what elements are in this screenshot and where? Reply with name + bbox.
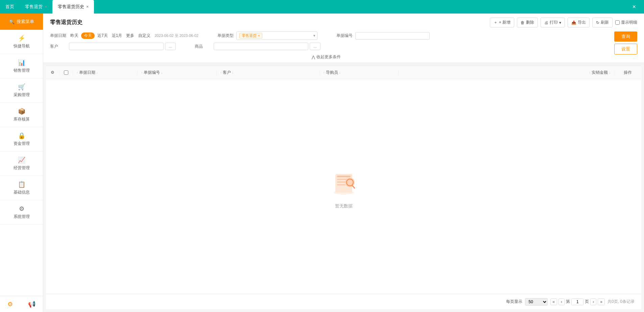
last-page-button[interactable]: » <box>598 298 605 305</box>
date-filter-group: 单据日期 昨天 今天 近7天 近1月 更多 自定义 2023-06-02 至 2… <box>50 32 198 39</box>
sidebar-item-purchase-mgmt[interactable]: 🛒采购管理 <box>0 79 43 103</box>
th-date: ↑ 单据日期 ↓ <box>73 70 138 75</box>
tab-retail-return-close[interactable]: × <box>45 4 47 9</box>
tab-home[interactable]: 首页 <box>0 0 20 14</box>
table-section: ⚙ ↑ 单据日期 ↓ ↑ 单据编号 ↓ ↑ 客户 ↓ <box>46 66 641 309</box>
doc-type-select[interactable]: 零售退货 × <box>236 31 317 40</box>
next-page-button[interactable]: › <box>590 298 596 305</box>
first-page-button[interactable]: « <box>550 298 557 305</box>
nav-label-quick-nav: 快捷导航 <box>14 43 30 49</box>
doc-type-select-wrapper[interactable]: 零售退货 × <box>236 31 317 40</box>
print-icon: 🖨 <box>544 20 548 25</box>
doc-type-tag-close[interactable]: × <box>258 34 260 38</box>
doc-no-label: 单据编号 <box>336 33 353 39</box>
page-header: 零售退货历史 ＋ + 新增 🗑 删除 🖨 打印 ▾ <box>43 14 644 63</box>
svg-rect-5 <box>337 184 345 185</box>
sort-amount-down-icon[interactable]: ↓ <box>609 71 611 74</box>
page-nav: « ‹ 第 页 › » <box>550 298 605 305</box>
nav-label-system-mgmt: 系统管理 <box>14 214 30 220</box>
filter-settings-button[interactable]: 设置 <box>614 44 637 54</box>
th-settings[interactable]: ⚙ <box>46 70 59 75</box>
column-settings-icon[interactable]: ⚙ <box>51 70 54 75</box>
sort-guide-up-icon[interactable]: ↑ <box>323 71 325 74</box>
shortcut-custom[interactable]: 自定义 <box>137 32 152 39</box>
goods-label: 商品 <box>195 44 212 49</box>
select-all-checkbox[interactable] <box>64 70 68 75</box>
show-detail-checkbox[interactable] <box>615 20 620 25</box>
sort-down-icon[interactable]: ↓ <box>96 71 98 74</box>
th-checkbox[interactable] <box>59 70 73 75</box>
nav-icon-purchase-mgmt: 🛒 <box>18 83 25 91</box>
prev-page-button[interactable]: ‹ <box>558 298 565 305</box>
refresh-button[interactable]: ↻ 刷新 <box>592 18 613 27</box>
sidebar-search[interactable]: 🔍 搜索菜单 <box>0 14 43 30</box>
shortcut-more[interactable]: 更多 <box>125 32 136 39</box>
add-icon: ＋ <box>494 20 498 25</box>
query-button[interactable]: 查询 <box>614 31 637 42</box>
collapse-up-icon: ⋀ <box>312 55 315 60</box>
sort-no-up-icon[interactable]: ↑ <box>141 71 143 74</box>
delete-button[interactable]: 🗑 删除 <box>517 18 538 27</box>
customer-input[interactable] <box>69 43 164 50</box>
sort-amount-up-icon[interactable]: ↑ <box>589 71 591 74</box>
sidebar-nav: ⚡快捷导航📊销售管理🛒采购管理📦库存核算🔒资金管理📈经营管理📋基础信息⚙系统管理 <box>0 30 43 296</box>
page-number-input[interactable] <box>571 298 583 305</box>
nav-icon-finance: 🔒 <box>18 132 25 139</box>
nav-icon-quick-nav: ⚡ <box>18 35 25 42</box>
date-filter-label: 单据日期 <box>50 33 67 39</box>
page-size-select[interactable]: 50 100 200 <box>525 298 548 306</box>
goods-ellipsis-button[interactable]: ... <box>310 43 320 50</box>
filter-row-1: 单据日期 昨天 今天 近7天 近1月 更多 自定义 2023-06-02 至 2… <box>50 31 602 40</box>
nav-icon-inventory: 📦 <box>18 108 25 115</box>
shortcut-1month[interactable]: 近1月 <box>111 32 124 39</box>
sidebar-item-quick-nav[interactable]: ⚡快捷导航 <box>0 30 43 54</box>
sidebar-item-sales-mgmt[interactable]: 📊销售管理 <box>0 54 43 79</box>
sidebar-item-basic-info[interactable]: 📋基础信息 <box>0 176 43 200</box>
empty-text: 暂无数据 <box>335 203 353 209</box>
sidebar-item-system-mgmt[interactable]: ⚙系统管理 <box>0 200 43 225</box>
tab-retail-return-history[interactable]: 零售退货历史 × <box>52 0 94 14</box>
th-guide: ↑ 导购员 ↓ <box>320 70 399 75</box>
filter-row-2: 客户 ... 商品 ... <box>50 43 602 50</box>
nav-label-purchase-mgmt: 采购管理 <box>14 92 30 98</box>
shortcut-yesterday[interactable]: 昨天 <box>69 32 80 39</box>
sidebar-item-finance[interactable]: 🔒资金管理 <box>0 127 43 152</box>
svg-rect-3 <box>337 179 347 180</box>
sidebar-item-operations[interactable]: 📈经营管理 <box>0 152 43 176</box>
sort-customer-up-icon[interactable]: ↑ <box>220 71 222 74</box>
volume-icon[interactable]: 📢 <box>28 300 35 308</box>
doc-no-input[interactable] <box>355 32 430 40</box>
sort-up-icon[interactable]: ↑ <box>76 71 78 74</box>
sort-guide-down-icon[interactable]: ↓ <box>339 71 341 74</box>
goods-filter-group: 商品 ... <box>195 43 320 50</box>
print-button[interactable]: 🖨 打印 ▾ <box>541 18 565 27</box>
shortcut-today[interactable]: 今天 <box>81 32 95 39</box>
collapse-button[interactable]: ⋀ 收起更多条件 <box>312 54 341 60</box>
toolbar: ＋ + 新增 🗑 删除 🖨 打印 ▾ 📤 导出 <box>490 18 637 27</box>
svg-line-8 <box>352 185 355 188</box>
customer-ellipsis-button[interactable]: ... <box>165 43 176 50</box>
window-close-button[interactable]: × <box>629 2 639 12</box>
sort-customer-down-icon[interactable]: ↓ <box>232 71 234 74</box>
nav-label-sales-mgmt: 销售管理 <box>14 68 30 73</box>
tab-retail-return-history-close[interactable]: × <box>86 4 89 9</box>
goods-input[interactable] <box>214 43 308 50</box>
page-size-label: 每页显示 <box>506 299 522 305</box>
doc-type-label: 单据类型 <box>217 33 234 39</box>
tab-retail-return[interactable]: 零售退货 × <box>20 0 52 14</box>
svg-rect-2 <box>337 176 351 177</box>
nav-label-operations: 经营管理 <box>14 165 30 171</box>
export-button[interactable]: 📤 导出 <box>568 18 590 27</box>
add-button[interactable]: ＋ + 新增 <box>490 18 514 27</box>
sort-no-down-icon[interactable]: ↓ <box>161 71 163 74</box>
th-customer: ↑ 客户 ↓ <box>217 70 320 75</box>
sidebar: 🔍 搜索菜单 ⚡快捷导航📊销售管理🛒采购管理📦库存核算🔒资金管理📈经营管理📋基础… <box>0 14 43 312</box>
doc-no-filter-group: 单据编号 <box>336 32 430 40</box>
customer-label: 客户 <box>50 44 67 49</box>
shortcut-7days[interactable]: 近7天 <box>96 32 109 39</box>
settings-bottom-icon[interactable]: ⚙ <box>7 300 13 308</box>
page-label: 页 <box>585 299 589 305</box>
pagination: 每页显示 50 100 200 « ‹ 第 页 › » 共0页, 0条记录 <box>46 294 641 309</box>
sidebar-item-inventory[interactable]: 📦库存核算 <box>0 103 43 127</box>
sidebar-bottom: ⚙ 📢 <box>0 296 43 312</box>
